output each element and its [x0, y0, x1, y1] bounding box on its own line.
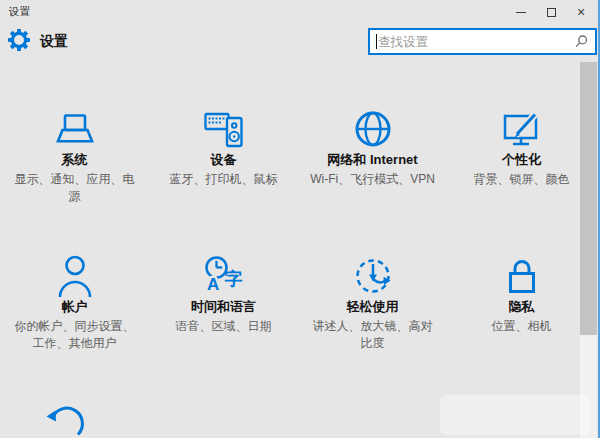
tile-network[interactable]: 网络和 Internet Wi-Fi、飞行模式、VPN — [298, 100, 447, 188]
tile-title: 轻松使用 — [298, 299, 447, 315]
tile-title: 帐户 — [0, 299, 149, 315]
tile-title: 网络和 Internet — [298, 152, 447, 168]
search-box[interactable] — [368, 28, 597, 55]
tile-title: 时间和语言 — [149, 299, 298, 315]
settings-gear-icon — [8, 29, 30, 51]
tile-title: 系统 — [0, 152, 149, 168]
tile-update[interactable] — [0, 394, 149, 438]
maximize-button[interactable] — [536, 0, 566, 24]
ease-of-access-icon — [298, 253, 447, 299]
tile-devices[interactable]: 设备 蓝牙、打印机、鼠标 — [149, 100, 298, 188]
close-button[interactable]: × — [566, 0, 596, 24]
time-language-icon: A 字 — [149, 253, 298, 299]
letter-a-glyph: A — [207, 275, 219, 294]
window-controls: × — [506, 0, 596, 24]
personalization-icon — [447, 106, 596, 152]
lock-icon — [447, 253, 596, 299]
tile-time-language[interactable]: A 字 时间和语言 语音、区域、日期 — [149, 247, 298, 335]
update-arrow-icon — [0, 400, 149, 438]
tile-privacy[interactable]: 隐私 位置、相机 — [447, 247, 596, 335]
titlebar-title: 设置 — [9, 5, 30, 19]
tile-subtitle: 语音、区域、日期 — [149, 318, 298, 335]
tile-subtitle: 蓝牙、打印机、鼠标 — [149, 171, 298, 188]
tile-subtitle: Wi-Fi、飞行模式、VPN — [298, 171, 447, 188]
tile-subtitle: 显示、通知、应用、电源 — [12, 171, 138, 204]
tile-subtitle: 位置、相机 — [447, 318, 596, 335]
titlebar: 设置 × — [0, 0, 600, 24]
tile-system[interactable]: 系统 显示、通知、应用、电源 — [0, 100, 149, 204]
tile-title: 设备 — [149, 152, 298, 168]
tile-subtitle: 讲述人、放大镜、高对比度 — [310, 318, 436, 351]
tile-subtitle: 你的帐户、同步设置、工作、其他用户 — [12, 318, 138, 351]
scrollbar[interactable] — [580, 62, 597, 438]
devices-icon — [149, 106, 298, 152]
zi-character-glyph: 字 — [224, 269, 242, 289]
close-icon: × — [577, 5, 585, 19]
search-input[interactable] — [377, 35, 575, 49]
magnifier-icon[interactable] — [575, 35, 588, 48]
tile-title: 个性化 — [447, 152, 596, 168]
watermark-remnant — [440, 395, 590, 435]
minimize-button[interactable] — [506, 0, 536, 24]
minimize-icon — [516, 12, 526, 13]
globe-icon — [298, 106, 447, 152]
user-icon — [0, 253, 149, 299]
settings-window: 设置 × — [0, 0, 600, 438]
tile-accounts[interactable]: 帐户 你的帐户、同步设置、工作、其他用户 — [0, 247, 149, 351]
maximize-icon — [547, 8, 556, 17]
tile-subtitle: 背景、锁屏、颜色 — [447, 171, 596, 188]
tile-ease-of-access[interactable]: 轻松使用 讲述人、放大镜、高对比度 — [298, 247, 447, 351]
laptop-icon — [0, 106, 149, 152]
tile-title: 隐私 — [447, 299, 596, 315]
page-title: 设置 — [40, 33, 68, 51]
tile-personalization[interactable]: 个性化 背景、锁屏、颜色 — [447, 100, 596, 188]
scrollbar-thumb[interactable] — [580, 62, 597, 335]
